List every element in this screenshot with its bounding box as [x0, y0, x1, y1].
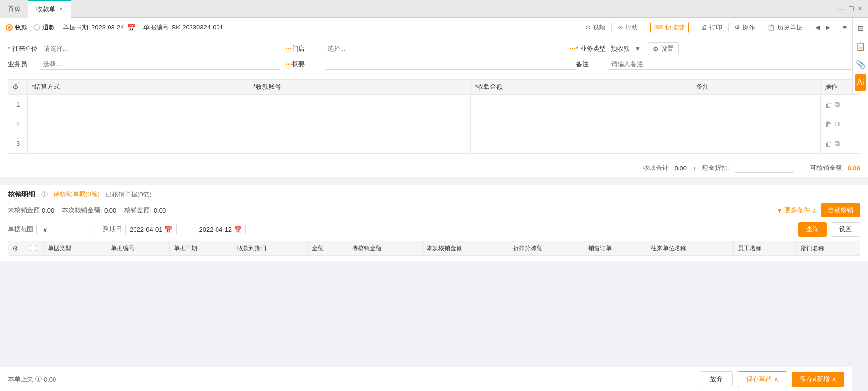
date-to-wrap[interactable]: 2022-04-12 📅: [195, 224, 246, 235]
verif-table-gear-icon[interactable]: ⚙: [12, 245, 18, 252]
store-more-icon[interactable]: ···: [570, 44, 576, 53]
query-btn[interactable]: 查询: [798, 222, 827, 237]
receipt-radio[interactable]: 收款: [6, 23, 27, 32]
doc-range-select[interactable]: ∨: [36, 224, 95, 235]
col-notes: 备注: [692, 80, 821, 95]
row1-delete-icon[interactable]: 🗑: [825, 101, 832, 109]
date-from-value: 2022-04-01: [130, 226, 163, 233]
save-draft-btn[interactable]: 保存草稿 ∧: [738, 371, 787, 387]
print-icon: 🖨: [701, 24, 707, 31]
col-pending-verif: 待核销金额: [348, 241, 422, 256]
toolbar: 收款 退款 单据日期 2023-03-24 📅 单据编号 SK-20230324…: [0, 18, 868, 37]
verif-select-all[interactable]: [30, 245, 36, 251]
table-gear-icon[interactable]: ⚙: [12, 83, 19, 91]
sidebar-table-icon[interactable]: ⊟: [855, 20, 866, 37]
store-input[interactable]: [325, 43, 565, 54]
verifiable-value: 0.00: [848, 165, 860, 172]
row2-copy-icon[interactable]: ⧉: [835, 120, 840, 128]
summary-input[interactable]: [325, 59, 576, 70]
row-num-1: 1: [8, 95, 28, 114]
discount-input[interactable]: [735, 163, 794, 173]
calendar-icon[interactable]: 📅: [127, 24, 136, 31]
doc-date-value: 2023-03-24: [91, 24, 124, 31]
sidebar-doc-icon[interactable]: 📋: [854, 38, 868, 55]
diff-value: 0.00: [154, 207, 166, 214]
more-conditions-btn[interactable]: ▼ 更多条件 ∧: [776, 206, 817, 215]
row3-delete-icon[interactable]: 🗑: [825, 140, 832, 148]
list-view-icon[interactable]: ≡: [843, 24, 847, 31]
right-sidebar: ⊟ 📋 📎 Ai: [852, 18, 868, 93]
nav-prev-icon[interactable]: ◀: [815, 24, 820, 31]
draft-label: 保存草稿: [746, 375, 772, 384]
summary-label: 摘要: [292, 60, 322, 69]
sidebar-attach-icon[interactable]: 📎: [854, 56, 868, 73]
row2-amount[interactable]: [471, 114, 692, 134]
row2-payment[interactable]: [28, 114, 249, 134]
tab-home[interactable]: 首页: [0, 0, 28, 18]
save-new-btn[interactable]: 保存&新增 ∧: [792, 372, 844, 387]
save-arrow-icon: ∧: [832, 376, 837, 383]
counterpart-input[interactable]: [41, 43, 281, 54]
shortcut-btn[interactable]: ⌨ 快捷键: [650, 22, 689, 33]
refund-radio[interactable]: 退款: [33, 23, 55, 32]
counterpart-label: 往来单位: [8, 44, 38, 53]
refund-radio-dot: [33, 24, 40, 31]
col-account: *收款账号: [249, 80, 471, 95]
row1-account[interactable]: [249, 95, 471, 114]
notes-input[interactable]: [608, 59, 860, 70]
row1-actions: 🗑 ⧉: [821, 95, 860, 114]
row3-account[interactable]: [249, 134, 471, 154]
tab-bar-right: — □ ×: [837, 4, 868, 13]
row1-payment[interactable]: [28, 95, 249, 114]
operation-btn[interactable]: ⚙ 操作: [734, 23, 755, 32]
window-minimize-icon[interactable]: —: [837, 4, 845, 13]
row2-account[interactable]: [249, 114, 471, 134]
tab-receipt[interactable]: 收款单 ×: [28, 0, 71, 18]
row2-delete-icon[interactable]: 🗑: [825, 120, 832, 128]
biz-type-dropdown-icon[interactable]: ▼: [635, 45, 641, 52]
row3-notes[interactable]: [692, 134, 821, 154]
tab-close-icon[interactable]: ×: [59, 6, 63, 13]
receipt-table: ⚙ *结算方式 *收款账号 *收款金额 备注 操作 1 🗑 ⧉: [8, 79, 860, 154]
row1-notes[interactable]: [692, 95, 821, 114]
date-from-wrap[interactable]: 2022-04-01 📅: [125, 224, 177, 235]
row3-amount[interactable]: [471, 134, 692, 154]
abandon-btn[interactable]: 放弃: [700, 371, 733, 387]
video-btn[interactable]: ⊙ 视频: [585, 23, 605, 32]
nav-next-icon[interactable]: ▶: [826, 24, 831, 31]
row1-amount[interactable]: [471, 95, 692, 114]
settings-btn[interactable]: ⚙ 设置: [648, 42, 679, 55]
sidebar-ai-icon[interactable]: Ai: [855, 74, 866, 91]
due-date-label: 到期日: [103, 225, 122, 234]
diff-label: 核销差额:: [124, 206, 152, 215]
verif-info-icon[interactable]: ⓘ: [41, 190, 48, 199]
row1-copy-icon[interactable]: ⧉: [835, 100, 840, 109]
window-close-icon[interactable]: ×: [858, 4, 862, 13]
doc-range-filter: 单据范围 ∨: [8, 224, 95, 235]
cal-icon-from: 📅: [164, 226, 172, 233]
verif-settings-btn[interactable]: 设置: [831, 222, 860, 237]
salesperson-input[interactable]: [40, 59, 280, 70]
counterpart-more-icon[interactable]: ···: [285, 44, 292, 53]
row2-notes[interactable]: [692, 114, 821, 134]
completed-tab[interactable]: 已核销单据(0笔): [106, 190, 152, 199]
due-date-filter: 到期日 2022-04-01 📅 — 2022-04-12 📅: [103, 224, 246, 235]
history-btn[interactable]: 📋 历史单据: [767, 23, 803, 32]
window-maximize-icon[interactable]: □: [849, 4, 854, 13]
help-btn[interactable]: ⊙ 帮助: [618, 23, 638, 32]
auto-verif-btn[interactable]: 自动核销: [821, 203, 860, 217]
footer-info-icon[interactable]: ⓘ: [35, 375, 42, 384]
pending-tab[interactable]: 待核销单据(0笔): [54, 190, 100, 199]
doc-no-value: SK-20230324-001: [172, 24, 224, 31]
receipt-label: 收款: [15, 23, 27, 32]
draft-arrow-icon: ∧: [774, 376, 779, 383]
salesperson-more-icon[interactable]: ···: [285, 60, 292, 69]
doc-no-label: 单据编号: [143, 23, 169, 32]
row3-payment[interactable]: [28, 134, 249, 154]
print-btn[interactable]: 🖨 打印: [701, 23, 722, 32]
col-doc-no: 单据编号: [107, 241, 170, 256]
row3-copy-icon[interactable]: ⧉: [835, 140, 840, 148]
row3-actions: 🗑 ⧉: [821, 134, 860, 154]
table-row: 1 🗑 ⧉: [8, 95, 860, 114]
verif-title: 核销明细: [8, 190, 35, 199]
